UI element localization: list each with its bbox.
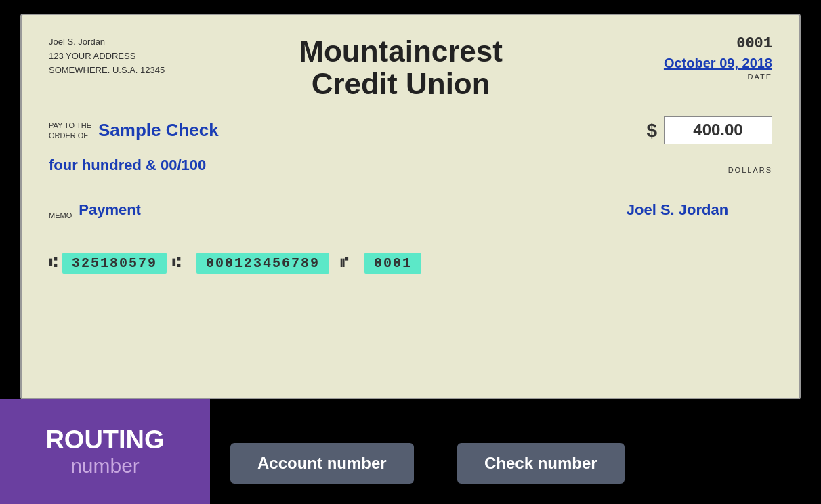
date-area: October 09, 2018 DATE [664, 56, 772, 81]
payee-name: Sample Check [98, 120, 219, 140]
date-value: October 09, 2018 [664, 56, 772, 71]
amount-box: 400.00 [664, 116, 772, 144]
payer-name: Joel S. Jordan [49, 35, 165, 49]
bank-name: Mountaincrest Credit Union [165, 35, 637, 101]
account-number-box: Account number [230, 443, 414, 484]
routing-title: ROUTING [45, 425, 164, 455]
check-number-box: Check number [457, 443, 625, 484]
signature-value: Joel S. Jordan [627, 201, 728, 218]
pay-to-line: Sample Check [98, 120, 639, 144]
payer-address2: SOMEWHERE. U.S.A. 12345 [49, 64, 165, 78]
dollar-sign: $ [646, 120, 657, 142]
micr-account-symbol: ⑈ [340, 255, 348, 271]
payer-address1: 123 YOUR ADDRESS [49, 49, 165, 64]
bottom-area: ROUTING number Account number Check numb… [0, 399, 821, 504]
micr-routing-number: 325180579 [62, 253, 167, 274]
check: Joel S. Jordan 123 YOUR ADDRESS SOMEWHER… [20, 14, 801, 400]
signature-line: Joel S. Jordan [583, 201, 772, 222]
routing-subtitle: number [70, 455, 140, 478]
pay-to-label: PAY TO THE ORDER OF [49, 121, 91, 142]
dollars-label: DOLLARS [728, 166, 772, 174]
memo-line: Payment [79, 201, 322, 222]
date-label: DATE [747, 72, 772, 81]
check-top-row: Joel S. Jordan 123 YOUR ADDRESS SOMEWHER… [49, 35, 772, 101]
micr-check-number: 0001 [364, 253, 421, 274]
account-label: Account number [257, 454, 387, 473]
memo-value: Payment [79, 201, 141, 218]
pay-to-row: PAY TO THE ORDER OF Sample Check $ 400.0… [49, 116, 772, 144]
check-number-display: 0001 [691, 35, 772, 52]
micr-symbol-left: ⑆ [49, 255, 57, 271]
top-right: 0001 October 09, 2018 DATE [637, 35, 772, 81]
check-number-label: Check number [484, 454, 597, 473]
micr-symbol-right: ⑆ [172, 255, 180, 271]
routing-box: ROUTING number [0, 399, 210, 504]
written-amount: four hundred & 00/100 [49, 156, 206, 174]
memo-label: MEMO [49, 211, 72, 219]
memo-sig-row: MEMO Payment Joel S. Jordan [49, 201, 772, 222]
micr-account-number: 000123456789 [196, 253, 329, 274]
memo-section: MEMO Payment [49, 201, 583, 222]
micr-row: ⑆ 325180579 ⑆ 000123456789 ⑈ 0001 [49, 253, 772, 274]
payer-info: Joel S. Jordan 123 YOUR ADDRESS SOMEWHER… [49, 35, 165, 77]
written-amount-row: four hundred & 00/100 DOLLARS [49, 156, 772, 174]
